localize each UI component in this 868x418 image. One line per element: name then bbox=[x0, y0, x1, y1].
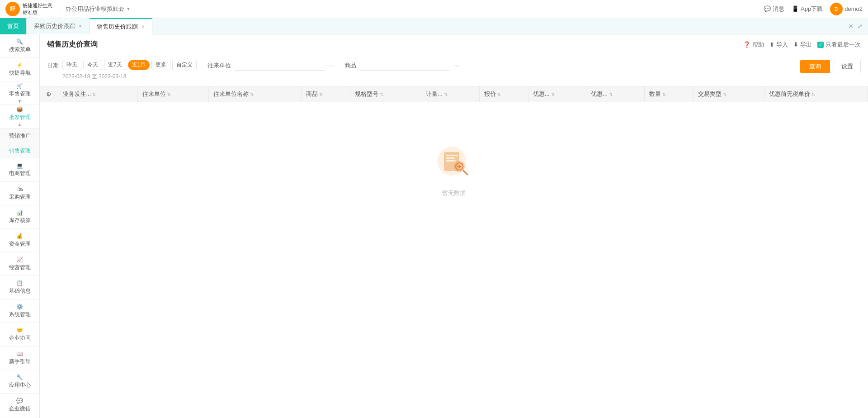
sidebar-item-appstore[interactable]: 🔧 应用中心 bbox=[0, 370, 39, 394]
logo-text: 畅捷通好生意 标准版 bbox=[23, 2, 52, 15]
app-selector[interactable]: 办公用品行业模拟账套 ▼ bbox=[60, 5, 131, 13]
sidebar-item-system[interactable]: ⚙️ 系统管理 bbox=[0, 299, 39, 323]
table-header-spec[interactable]: 规格型号 ⇅ bbox=[350, 86, 421, 102]
table-header-unit[interactable]: 计量... ⇅ bbox=[421, 86, 479, 102]
user-menu[interactable]: D demo2 bbox=[830, 3, 863, 15]
partner-input[interactable] bbox=[235, 60, 325, 71]
table-header-price[interactable]: 报价 ⇅ bbox=[479, 86, 528, 102]
date-btn-today[interactable]: 今天 bbox=[83, 60, 102, 70]
date-btn-custom[interactable]: 自定义 bbox=[172, 60, 197, 70]
empty-illustration bbox=[431, 138, 476, 184]
search-icon: 🔍 bbox=[16, 38, 23, 45]
table-header-discount1[interactable]: 优惠... ⇅ bbox=[528, 86, 586, 102]
purchase-history-tab-label: 采购历史价跟踪 bbox=[34, 22, 75, 30]
empty-text: 暂无数据 bbox=[442, 189, 466, 197]
date-range-text: 2023-02-18 至 2023-03-18 bbox=[62, 73, 197, 81]
tab-home[interactable]: 首页 bbox=[0, 18, 27, 34]
appstore-icon: 🔧 bbox=[16, 374, 23, 380]
product-picker-icon[interactable]: ··· bbox=[454, 62, 459, 69]
sidebar-item-ecommerce[interactable]: 💻 电商管理 bbox=[0, 158, 39, 182]
product-filter-label: 商品 bbox=[344, 62, 356, 70]
logo-icon: 好 bbox=[5, 2, 20, 16]
date-filter-controls: 昨天 今天 近7天 近1月 更多 自定义 2023-02-18 至 2023-0… bbox=[62, 60, 197, 81]
sidebar-item-sales[interactable]: 销售管理 bbox=[0, 143, 39, 158]
message-icon: 💬 bbox=[764, 5, 771, 12]
sidebar-item-newbie[interactable]: 📖 新手引导 bbox=[0, 347, 39, 370]
date-buttons: 昨天 今天 近7天 近1月 更多 自定义 bbox=[62, 60, 197, 70]
query-button[interactable]: 查询 bbox=[800, 60, 830, 73]
wholesale-icon: 📦 bbox=[16, 106, 23, 113]
sidebar-item-wholesale[interactable]: 📦 批发管理 ▲ bbox=[0, 105, 39, 128]
sort-pre-tax-price-icon: ⇅ bbox=[811, 92, 815, 97]
sidebar-item-marketing[interactable]: 营销推广 bbox=[0, 128, 39, 143]
sort-partner-name-icon: ⇅ bbox=[250, 92, 254, 97]
svg-line-6 bbox=[463, 171, 467, 175]
sidebar-item-purchase[interactable]: 🛍 采购管理 bbox=[0, 182, 39, 205]
filter-area: 日期 昨天 今天 近7天 近1月 更多 自定义 2023-02-18 至 202… bbox=[40, 54, 868, 86]
sort-quantity-icon: ⇅ bbox=[662, 92, 666, 97]
close-sales-tab-icon[interactable]: × bbox=[142, 24, 145, 30]
retail-icon: 🛒 bbox=[16, 83, 23, 89]
sort-price-icon: ⇅ bbox=[497, 92, 501, 97]
svg-rect-3 bbox=[446, 157, 455, 159]
export-button[interactable]: ⬇ 导出 bbox=[793, 41, 812, 49]
avatar: D bbox=[830, 3, 843, 15]
close-purchase-tab-icon[interactable]: × bbox=[79, 23, 82, 29]
close-window-icon[interactable]: ✕ bbox=[848, 23, 854, 30]
sort-unit-icon: ⇅ bbox=[444, 92, 448, 97]
maximize-icon[interactable]: ⤢ bbox=[857, 23, 863, 30]
table-header-biz-date[interactable]: 业务发生... ⇅ bbox=[58, 86, 138, 102]
date-btn-yesterday[interactable]: 昨天 bbox=[62, 60, 81, 70]
app-download-button[interactable]: 📱 App下载 bbox=[792, 5, 823, 13]
gear-icon: ⚙ bbox=[46, 91, 52, 98]
data-table: ⚙ 业务发生... ⇅ 往来单位 ⇅ bbox=[40, 86, 868, 102]
help-button[interactable]: ❓ 帮助 bbox=[743, 41, 764, 49]
sidebar-item-inventory[interactable]: 📊 库存核算 bbox=[0, 205, 39, 229]
table-header-partner-code[interactable]: 往来单位 ⇅ bbox=[138, 86, 209, 102]
sort-biz-date-icon: ⇅ bbox=[92, 92, 96, 97]
product-input[interactable] bbox=[360, 60, 450, 71]
date-filter-label: 日期 bbox=[47, 62, 59, 70]
enterprise-icon: 🤝 bbox=[16, 327, 23, 333]
main-layout: 🔍 搜索菜单 ⚡ 快捷导航 🛒 零售管理 ▼ 📦 批发管理 ▲ 营销推广 销售管… bbox=[0, 34, 868, 418]
sidebar-item-search[interactable]: 🔍 搜索菜单 bbox=[0, 34, 39, 58]
table-header-partner-name[interactable]: 往来单位名称 ⇅ bbox=[209, 86, 302, 102]
tab-purchase-history[interactable]: 采购历史价跟踪 × bbox=[27, 18, 90, 34]
show-last-checkbox[interactable] bbox=[817, 42, 824, 48]
sidebar-item-shortcut[interactable]: ⚡ 快捷导航 bbox=[0, 58, 39, 81]
basic-icon: 📋 bbox=[16, 280, 23, 286]
sidebar-wholesale-expanded: 营销推广 销售管理 bbox=[0, 128, 39, 158]
table-header-pre-tax-price[interactable]: 优惠前无税单价 ⇅ bbox=[764, 86, 868, 102]
table-header-gear[interactable]: ⚙ bbox=[40, 86, 58, 102]
sidebar-item-enterprise[interactable]: 🤝 企业协同 bbox=[0, 323, 39, 347]
tabbar-actions: ✕ ⤢ bbox=[848, 23, 868, 30]
newbie-icon: 📖 bbox=[16, 351, 23, 357]
date-btn-more[interactable]: 更多 bbox=[151, 60, 170, 70]
sidebar-item-finance[interactable]: 💰 资金管理 bbox=[0, 229, 39, 252]
product-input-group: ··· bbox=[360, 60, 459, 71]
sidebar-item-wechat[interactable]: 💬 企业微信 bbox=[0, 394, 39, 417]
inventory-icon: 📊 bbox=[16, 209, 23, 216]
empty-state: 暂无数据 bbox=[40, 102, 868, 233]
partner-filter-group: 往来单位 ··· bbox=[208, 60, 334, 71]
date-btn-1month[interactable]: 近1月 bbox=[128, 60, 150, 70]
import-button[interactable]: ⬆ 导入 bbox=[769, 41, 788, 49]
table-header-quantity[interactable]: 数量 ⇅ bbox=[644, 86, 693, 102]
filter-right: 查询 设置 bbox=[800, 60, 861, 73]
tab-sales-history[interactable]: 销售历史价跟踪 × bbox=[90, 18, 152, 34]
sort-partner-code-icon: ⇅ bbox=[167, 92, 171, 97]
content-area: 销售历史价查询 ❓ 帮助 ⬆ 导入 ⬇ 导出 只看最后一次 bbox=[40, 34, 868, 418]
partner-filter-label: 往来单位 bbox=[208, 62, 231, 70]
date-btn-7days[interactable]: 近7天 bbox=[104, 60, 126, 70]
table-header-product[interactable]: 商品 ⇅ bbox=[302, 86, 350, 102]
show-last-checkbox-group[interactable]: 只看最后一次 bbox=[817, 41, 861, 49]
setting-button[interactable]: 设置 bbox=[834, 60, 861, 73]
sort-discount1-icon: ⇅ bbox=[551, 92, 555, 97]
message-button[interactable]: 💬 消息 bbox=[764, 5, 784, 13]
table-header-discount2[interactable]: 优惠... ⇅ bbox=[586, 86, 644, 102]
sidebar-item-retail[interactable]: 🛒 零售管理 ▼ bbox=[0, 81, 39, 105]
sidebar-item-operation[interactable]: 📈 经营管理 bbox=[0, 252, 39, 276]
partner-picker-icon[interactable]: ··· bbox=[329, 62, 334, 69]
sidebar-item-basic[interactable]: 📋 基础信息 bbox=[0, 276, 39, 299]
table-header-trade-type[interactable]: 交易类型 ⇅ bbox=[693, 86, 764, 102]
